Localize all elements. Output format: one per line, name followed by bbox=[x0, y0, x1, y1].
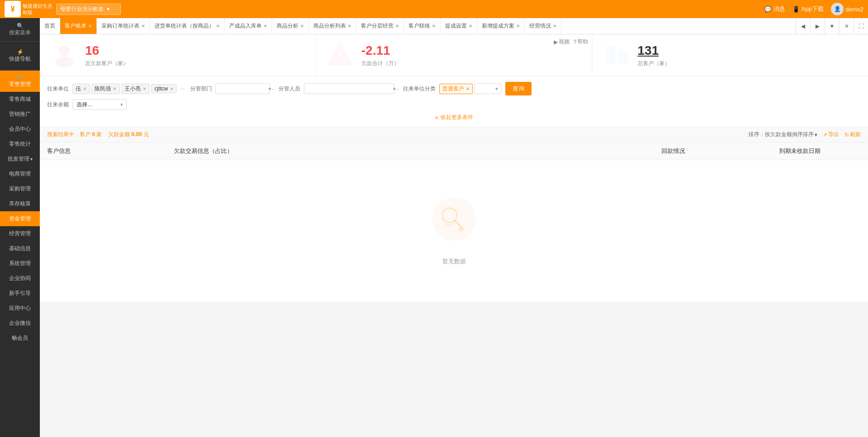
app-download-btn[interactable]: 📱 App下载 bbox=[792, 5, 824, 13]
svg-point-4 bbox=[340, 60, 341, 62]
unit-label: 往来单位 bbox=[47, 85, 69, 93]
more-tags-btn[interactable]: ··· bbox=[178, 85, 187, 93]
phone-icon: 📱 bbox=[792, 6, 800, 13]
tab-close-operations[interactable]: ✕ bbox=[553, 24, 556, 28]
tab-home[interactable]: 首页 bbox=[40, 18, 60, 34]
nav-icon: ⚡ bbox=[17, 49, 24, 55]
person-select[interactable] bbox=[304, 83, 394, 94]
tab-customer-segment[interactable]: 客户分层经营 ✕ bbox=[356, 18, 404, 34]
tag-wang: 王小亮 ✕ bbox=[121, 84, 149, 94]
play-icon: ▶ bbox=[554, 39, 558, 45]
table-header: 客户信息 欠款交易信息（占比） 回款情况 到期未收款日期 bbox=[40, 142, 868, 160]
tab-fullscreen-btn[interactable]: ⛶ bbox=[854, 18, 868, 34]
user-avatar-btn[interactable]: 👤 demo2 bbox=[831, 3, 863, 15]
person-dots[interactable]: ··· bbox=[394, 86, 399, 92]
filter-row-1: 往来单位 伍 ✕ 陈民强 ✕ 王小亮 bbox=[47, 82, 861, 95]
dept-dots[interactable]: ··· bbox=[270, 86, 275, 92]
sidebar-item-retail-mall[interactable]: 零售商城 bbox=[0, 92, 40, 107]
tag-chen: 陈民强 ✕ bbox=[91, 84, 120, 94]
message-btn[interactable]: 💬 消息 bbox=[764, 5, 785, 13]
tab-menu-btn[interactable]: ▼ bbox=[825, 18, 839, 34]
sidebar-item-retail[interactable]: 🛒 零售管理 bbox=[0, 71, 40, 92]
balance-select[interactable]: 选择... bbox=[72, 99, 127, 110]
summary-cards: 16 总欠款客户（家） -2.11 bbox=[40, 34, 868, 76]
tab-close-commission[interactable]: ✕ bbox=[469, 24, 472, 28]
chevron-down-icon: ▾ bbox=[30, 157, 33, 162]
tag-close-chen[interactable]: ✕ bbox=[113, 86, 116, 91]
sidebar-item-enterprise[interactable]: 企业协同 bbox=[0, 271, 40, 286]
unit-type-select[interactable] bbox=[475, 83, 502, 94]
tab-prev-btn[interactable]: ◀ bbox=[796, 18, 810, 34]
tab-goods-analysis-list[interactable]: 商品分析列表 ✕ bbox=[309, 18, 356, 34]
sidebar-item-purchase[interactable]: 采购管理 bbox=[0, 181, 40, 196]
tab-close-segment[interactable]: ✕ bbox=[395, 24, 399, 28]
unit-type-wrapper: 普通客户 ✕ bbox=[439, 83, 502, 94]
results-actions: 排序：按欠款金额倒序排序 ▾ ↗ 导出 ↻ 刷新 bbox=[748, 131, 861, 138]
refresh-button[interactable]: ↻ 刷新 bbox=[844, 131, 861, 138]
sidebar-item-vip-member[interactable]: 畅会员 bbox=[0, 331, 40, 346]
tab-goods-analysis[interactable]: 商品分析 ✕ bbox=[272, 18, 309, 34]
collapse-filter-btn[interactable]: ∧ 收起更多条件 bbox=[47, 114, 861, 121]
tag-close-normal[interactable]: ✕ bbox=[466, 86, 470, 91]
sidebar-item-marketing[interactable]: 营销推广 bbox=[0, 107, 40, 122]
sidebar-item-quicknav[interactable]: ⚡ 快捷导航 bbox=[0, 45, 40, 66]
card-icon-total bbox=[603, 42, 630, 69]
sidebar-item-sys-mgmt[interactable]: 系统管理 bbox=[0, 256, 40, 271]
page-content: 16 总欠款客户（家） -2.11 bbox=[40, 34, 868, 437]
tab-close-purchase[interactable]: ✕ bbox=[141, 24, 145, 28]
video-btn[interactable]: ▶ 视频 bbox=[554, 38, 570, 46]
tag-normal-customer: 普通客户 ✕ bbox=[439, 84, 473, 94]
sidebar-nav-shortcut[interactable]: ⚡ 快捷导航 bbox=[0, 42, 40, 71]
sidebar-item-inventory[interactable]: 库存核算 bbox=[0, 196, 40, 211]
tab-close-goods[interactable]: ✕ bbox=[300, 24, 304, 28]
card-help: ▶ 视频 ? 帮助 bbox=[554, 38, 588, 46]
tab-purchase-order[interactable]: 采购订单统计表 ✕ bbox=[97, 18, 150, 34]
sidebar-item-wholesale[interactable]: 批发管理 ▾ bbox=[0, 152, 40, 166]
tab-close-inventory[interactable]: ✕ bbox=[216, 24, 220, 28]
tab-close-goods-list[interactable]: ✕ bbox=[348, 24, 351, 28]
tab-new-commission[interactable]: 新增提成方案 ✕ bbox=[477, 18, 525, 34]
sidebar-search[interactable]: 🔍 搜索菜单 bbox=[0, 18, 40, 42]
tag-close-wang[interactable]: ✕ bbox=[143, 86, 146, 91]
tab-next-btn[interactable]: ▶ bbox=[810, 18, 825, 34]
avatar: 👤 bbox=[831, 3, 844, 15]
sidebar-item-operations-mgr[interactable]: 经营管理 bbox=[0, 226, 40, 241]
unit-type-label: 往来单位分类 bbox=[403, 85, 436, 93]
query-button[interactable]: 查询 bbox=[505, 82, 532, 95]
tenant-selector[interactable]: 母婴行业演示帐套 ▾ bbox=[56, 4, 121, 15]
sidebar-item-app-center[interactable]: 应用中心 bbox=[0, 301, 40, 316]
tag-close-wu[interactable]: ✕ bbox=[83, 86, 86, 91]
sort-icon: ▾ bbox=[815, 132, 817, 138]
card-data-customers: 16 总欠款客户（家） bbox=[85, 43, 129, 67]
help-btn[interactable]: ? 帮助 bbox=[573, 38, 588, 46]
sort-button[interactable]: 排序：按欠款金额倒序排序 ▾ bbox=[748, 131, 817, 138]
sidebar-item-new-guide[interactable]: 新手引导 bbox=[0, 286, 40, 301]
tag-wu: 伍 ✕ bbox=[72, 84, 90, 94]
tag-close-cjttcw[interactable]: ✕ bbox=[170, 86, 173, 91]
tab-close-contact[interactable]: ✕ bbox=[432, 24, 436, 28]
tab-customer-contact[interactable]: 客户联络 ✕ bbox=[404, 18, 441, 34]
filter-row-2: 往来余额 选择... bbox=[47, 99, 861, 110]
empty-icon bbox=[432, 196, 477, 250]
sidebar-item-enterprise-wechat[interactable]: 企业微信 bbox=[0, 316, 40, 331]
dept-select[interactable] bbox=[216, 83, 270, 94]
tab-close-customer[interactable]: ✕ bbox=[88, 24, 92, 28]
tab-commission-settings[interactable]: 提成设置 ✕ bbox=[441, 18, 477, 34]
sidebar-item-retail-stats[interactable]: 零售统计 bbox=[0, 137, 40, 152]
tab-close-new-commission[interactable]: ✕ bbox=[516, 24, 520, 28]
tab-close-stock[interactable]: ✕ bbox=[264, 24, 267, 28]
sidebar-item-ecommerce[interactable]: 电商管理 bbox=[0, 166, 40, 181]
sidebar-item-basic-info[interactable]: 基础信息 bbox=[0, 241, 40, 256]
sidebar-item-finance[interactable]: 资金管理 bbox=[0, 211, 40, 226]
export-button[interactable]: ↗ 导出 bbox=[823, 131, 839, 138]
tab-close-all-btn[interactable]: ✕ bbox=[839, 18, 854, 34]
svg-rect-7 bbox=[608, 48, 609, 51]
filter-area: 往来单位 伍 ✕ 陈民强 ✕ 王小亮 bbox=[40, 76, 868, 127]
svg-point-1 bbox=[55, 57, 73, 67]
tab-customer[interactable]: 客户账本 ✕ bbox=[60, 18, 97, 34]
tab-inventory-stats[interactable]: 进货单统计表（按商品） ✕ bbox=[150, 18, 225, 34]
sidebar-item-member[interactable]: 会员中心 bbox=[0, 122, 40, 137]
tab-operations[interactable]: 经营情况 ✕ bbox=[525, 18, 561, 34]
tab-product-stock[interactable]: 产成品入库单 ✕ bbox=[225, 18, 272, 34]
refresh-icon: ↻ bbox=[844, 132, 849, 138]
